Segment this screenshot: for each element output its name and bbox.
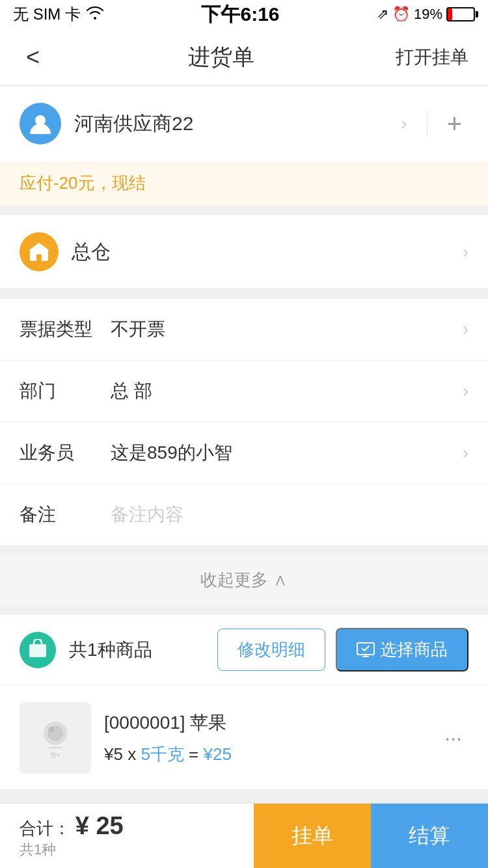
svg-point-7 [49,727,54,732]
salesman-chevron-icon: › [463,442,468,463]
warehouse-chevron-icon: › [463,241,468,262]
modify-detail-button[interactable]: 修改明细 [217,629,325,671]
department-row[interactable]: 部门 总 部 › [0,360,488,422]
remark-row[interactable]: 备注 备注内容 [0,484,488,545]
info-banner-text: 应付-20元，现结 [20,173,146,193]
main-content: 河南供应商22 › + 应付-20元，现结 总仓 › 票据类型 不开票 › [0,86,488,868]
supplier-chevron-icon: › [401,113,407,134]
carrier-text: 无 SIM 卡 [13,4,81,25]
equals-sign: = [189,744,203,764]
supplier-row[interactable]: 河南供应商22 › + [0,86,488,161]
total-line: 合计： ¥ 25 [20,812,234,840]
product-name: [0000001] 苹果 [104,711,438,735]
products-header: 共1种商品 修改明细 选择商品 [0,615,488,685]
supplier-avatar [20,103,61,144]
back-button[interactable]: < [20,37,46,77]
collapse-text: 收起更多 ∧ [200,570,287,590]
remark-label: 备注 [20,502,98,527]
invoice-type-label: 票据类型 [20,317,98,342]
department-label: 部门 [20,379,98,403]
status-bar: 无 SIM 卡 下午6:16 ⇗ ⏰ 19% [0,0,488,29]
salesman-value: 这是859的小智 [111,441,463,465]
salesman-label: 业务员 [20,441,98,465]
products-count: 共1种商品 [69,638,217,662]
supplier-name: 河南供应商22 [74,111,401,137]
collapse-row[interactable]: 收起更多 ∧ [0,556,488,604]
status-left: 无 SIM 卡 [13,4,104,25]
bottom-bar: 合计： ¥ 25 共1种 挂单 结算 [0,803,488,868]
department-chevron-icon: › [463,381,468,401]
add-icon[interactable]: + [441,109,468,139]
supplier-section: 河南供应商22 › + 应付-20元，现结 [0,86,488,205]
alarm-icon: ⏰ [392,6,410,23]
product-item: 智+ [0000001] 苹果 ¥5 x 5千克 = ¥25 ··· [0,686,488,789]
info-banner: 应付-20元，现结 [0,161,488,205]
price-value: ¥5 x [104,744,141,764]
product-price: ¥5 x 5千克 = ¥25 [104,743,438,766]
total-section: 合计： ¥ 25 共1种 [0,812,254,860]
svg-rect-2 [36,254,42,261]
status-right: ⇗ ⏰ 19% [377,6,475,23]
invoice-type-value: 不开票 [111,317,463,342]
settle-button[interactable]: 结算 [371,804,488,869]
total-count: 共1种 [20,840,234,860]
wifi-icon [86,5,104,23]
supplier-divider [427,111,427,137]
nav-bar: < 进货单 打开挂单 [0,29,488,86]
quantity-value: 5千克 [141,744,183,764]
salesman-row[interactable]: 业务员 这是859的小智 › [0,422,488,484]
location-icon: ⇗ [377,6,388,23]
total-value: ¥25 [204,744,232,764]
select-product-label: 选择商品 [380,638,448,661]
warehouse-name: 总仓 [72,239,463,265]
select-product-button[interactable]: 选择商品 [336,628,468,671]
products-section: 共1种商品 修改明细 选择商品 智+ [0,615,488,789]
hang-order-button[interactable]: 挂单 [254,804,371,869]
page-title: 进货单 [188,42,254,72]
warehouse-icon [20,232,59,271]
invoice-chevron-icon: › [463,319,468,340]
form-section: 票据类型 不开票 › 部门 总 部 › 业务员 这是859的小智 › 备注 备注… [0,299,488,545]
product-info: [0000001] 苹果 ¥5 x 5千克 = ¥25 [104,711,438,766]
remark-input[interactable]: 备注内容 [111,502,468,527]
invoice-type-row[interactable]: 票据类型 不开票 › [0,299,488,360]
battery-icon [446,7,475,21]
svg-text:智+: 智+ [50,752,61,759]
svg-rect-3 [29,644,46,657]
open-pending-button[interactable]: 打开挂单 [396,45,468,70]
total-label: 合计： [20,819,70,838]
product-code: [0000001] 苹果 [104,712,226,733]
product-more-button[interactable]: ··· [438,726,468,750]
product-thumbnail: 智+ [20,702,91,774]
status-time: 下午6:16 [201,1,279,28]
warehouse-row[interactable]: 总仓 › [0,215,488,288]
total-amount: ¥ 25 [75,812,124,839]
department-value: 总 部 [111,379,463,403]
battery-percent: 19% [414,6,442,23]
products-icon [20,632,56,668]
